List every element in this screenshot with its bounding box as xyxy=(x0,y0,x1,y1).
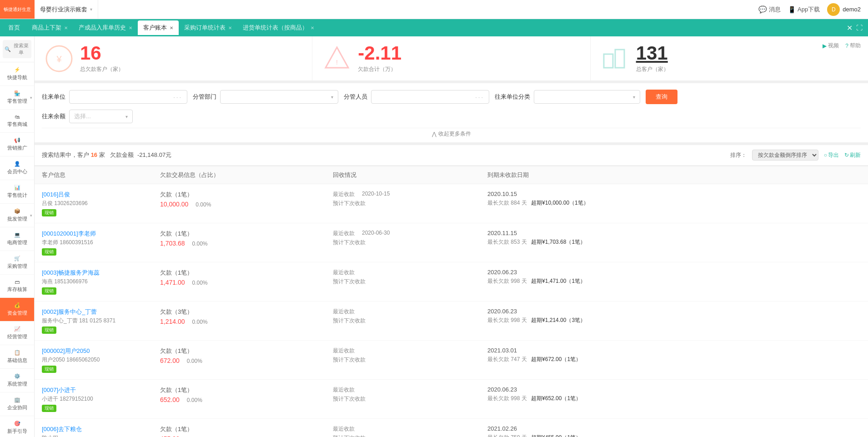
debt-amount-0[interactable]: 10,000.00 xyxy=(160,201,188,208)
category-arrow: ▾ xyxy=(633,95,635,100)
search-button[interactable]: 查询 xyxy=(646,90,677,104)
sidebar-item-retail-stats[interactable]: 📊 零售统计 xyxy=(0,180,34,204)
balance-select[interactable]: 选择... ▾ xyxy=(69,110,133,123)
overdue-amount-link-3[interactable]: 超期¥1,214.00（3笔） xyxy=(531,317,586,323)
sidebar-item-newbie[interactable]: 🎯 新手引导 xyxy=(0,416,34,437)
sidebar-item-system[interactable]: ⚙️ 系统管理 xyxy=(0,369,34,392)
sidebar-item-biz-mgmt[interactable]: 📈 经营管理 xyxy=(0,321,34,345)
username-label: demo2 xyxy=(843,6,861,13)
debt-amount-5[interactable]: 652.00 xyxy=(160,396,180,403)
help-icon: ? xyxy=(845,43,848,49)
next-payment-0: 预计下次收款 xyxy=(333,200,487,207)
customer-name-link-1[interactable]: [0001020001]李老师 xyxy=(42,230,160,238)
enterprise-icon: 🏢 xyxy=(14,397,20,403)
tab-products-off[interactable]: 商品上下架 ✕ xyxy=(26,20,73,35)
person-input[interactable]: ··· xyxy=(371,90,489,104)
video-btn[interactable]: ▶ 视频 xyxy=(823,42,839,50)
sidebar-item-label: 营销推广 xyxy=(7,145,27,151)
message-btn[interactable]: 💬 消息 xyxy=(758,5,781,14)
debt-count-6: 欠款（1笔） xyxy=(160,425,333,433)
search-placeholder: 搜索菜单 xyxy=(12,42,30,56)
tab-home[interactable]: 首页 xyxy=(2,20,26,35)
sidebar-item-purchase-mgmt[interactable]: 🛒 采购管理 xyxy=(0,251,34,275)
retail-stats-icon: 📊 xyxy=(14,185,20,191)
collapse-btn[interactable]: ⋀ 收起更多条件 xyxy=(432,130,471,138)
dept-select[interactable]: ▾ xyxy=(220,90,338,104)
collapse-icon: ⋀ xyxy=(432,131,437,137)
customer-name-link-3[interactable]: [0002]服务中心_丁蕾 xyxy=(42,308,160,316)
customer-info-5: [0007]小进干 小进干 18279152100 现销 xyxy=(42,386,160,412)
debt-amount-6[interactable]: 455.90 xyxy=(160,435,180,437)
overdue-amount-link-5[interactable]: 超期¥652.00（1笔） xyxy=(531,395,581,402)
export-btn[interactable]: ○ 导出 xyxy=(824,151,839,159)
sidebar-item-retail-mgmt[interactable]: 🏪 零售管理 ▾ xyxy=(0,86,34,110)
search-icon: 🔍 xyxy=(5,46,11,52)
overdue-amount-link-4[interactable]: 超期¥672.00（1笔） xyxy=(531,356,581,362)
tab-import-stats[interactable]: 进货单统计表（按商品） ✕ xyxy=(237,20,320,35)
tab-purchase-stats[interactable]: 采购订单统计表 ✕ xyxy=(179,20,237,35)
sidebar-item-label: 零售统计 xyxy=(7,192,27,199)
overdue-amount-link-6[interactable]: 超期¥455.90（1笔） xyxy=(531,434,581,437)
customer-name-link-5[interactable]: [0007]小进干 xyxy=(42,386,160,394)
sidebar-search-btn[interactable]: 🔍 搜索菜单 xyxy=(3,40,31,58)
download-icon: 📱 xyxy=(788,6,796,13)
debt-amount-4[interactable]: 672.00 xyxy=(160,357,180,364)
overdue-info-6: 2021.02.26 最长欠款 750 天 超期¥455.90（1笔） xyxy=(487,425,861,437)
col-header-debt: 欠款交易信息（占比） xyxy=(160,171,333,179)
sidebar-item-basic-info[interactable]: 📋 基础信息 xyxy=(0,345,34,369)
customer-contact-3: 服务中心_丁蕾 181 0125 8371 xyxy=(42,317,160,325)
collapse-label: 收起更多条件 xyxy=(438,130,471,138)
customer-name-link-0[interactable]: [0016]吕俊 xyxy=(42,191,160,199)
customer-name-link-6[interactable]: [0006]去下粮仓 xyxy=(42,425,160,433)
balance-filter: 往来余额 选择... ▾ xyxy=(42,110,133,123)
sidebar-item-inventory[interactable]: 🗃 库存核算 xyxy=(0,275,34,298)
debt-amount-3[interactable]: 1,214.00 xyxy=(160,318,185,325)
overdue-amount-link-2[interactable]: 超期¥1,471.00（1笔） xyxy=(531,278,586,284)
overdue-date-3: 2020.06.23 xyxy=(487,308,861,315)
capital-mgmt-icon: 💰 xyxy=(14,302,20,308)
person-label: 分管人员 xyxy=(344,93,367,101)
sidebar-item-marketing[interactable]: 📢 营销推广 xyxy=(0,133,34,156)
last-payment-label-5: 最近收款 xyxy=(333,386,355,394)
tab-import-stats-close[interactable]: ✕ xyxy=(311,25,314,30)
tab-production-history-close[interactable]: ✕ xyxy=(129,25,132,30)
tab-production-history[interactable]: 产成品入库单历史 ✕ xyxy=(73,20,138,35)
company-selector[interactable]: 母婴行业演示账套 ▾ xyxy=(35,0,98,19)
overdue-amount-link-1[interactable]: 超期¥1,703.68（1笔） xyxy=(531,239,586,245)
sidebar-item-batch-mgmt[interactable]: 📦 批发管理 ▾ xyxy=(0,204,34,227)
debt-info-2: 欠款（1笔） 1,471.00 0.00% xyxy=(160,269,333,286)
app-download-btn[interactable]: 📱 App下载 xyxy=(788,5,820,14)
tab-products-off-close[interactable]: ✕ xyxy=(64,25,68,30)
customer-name-link-2[interactable]: [0003]畅捷服务尹海蕊 xyxy=(42,269,160,277)
debt-percent-0: 0.00% xyxy=(196,201,211,208)
debt-amount-1[interactable]: 1,703.68 xyxy=(160,240,185,247)
maximize-icon[interactable]: ⛶ xyxy=(856,24,863,31)
debt-amount-2[interactable]: 1,471.00 xyxy=(160,279,185,286)
overdue-amount-link-0[interactable]: 超期¥10,000.00（1笔） xyxy=(531,200,589,206)
next-payment-3: 预计下次收款 xyxy=(333,317,487,325)
category-select[interactable]: ▾ xyxy=(534,90,640,104)
tab-customer-account-close[interactable]: ✕ xyxy=(170,25,173,30)
overdue-days-3: 最长欠款 998 天 xyxy=(487,317,527,323)
sidebar-item-quick-nav[interactable]: ⚡ 快捷导航 xyxy=(0,62,34,86)
close-all-tabs-icon[interactable]: ✕ xyxy=(847,24,853,32)
marketing-icon: 📢 xyxy=(14,137,20,143)
sidebar-item-retail-mall[interactable]: 🛍 零售商城 xyxy=(0,110,34,133)
last-payment-label-2: 最近收款 xyxy=(333,269,355,276)
video-icon: ▶ xyxy=(823,43,827,49)
retail-mgmt-icon: 🏪 xyxy=(14,90,20,96)
sidebar-item-capital-mgmt[interactable]: 💰 资金管理 xyxy=(0,298,34,321)
customer-tag-5: 现销 xyxy=(42,405,56,412)
refresh-btn[interactable]: ↻ 刷新 xyxy=(844,151,861,159)
user-avatar[interactable]: D demo2 xyxy=(827,3,861,16)
sidebar-item-member-center[interactable]: 👤 会员中心 xyxy=(0,156,34,180)
supplier-input[interactable]: ··· xyxy=(69,90,187,104)
sidebar-item-label: 经营管理 xyxy=(7,333,27,340)
customer-name-link-4[interactable]: [000002]用户2050 xyxy=(42,347,160,355)
tab-purchase-stats-close[interactable]: ✕ xyxy=(228,25,232,30)
sidebar-item-ecommerce[interactable]: 💻 电商管理 xyxy=(0,227,34,251)
tab-customer-account[interactable]: 客户账本 ✕ xyxy=(138,20,179,35)
sort-select[interactable]: 按欠款金额倒序排序 xyxy=(752,150,818,161)
sidebar-item-enterprise[interactable]: 🏢 企业协同 xyxy=(0,392,34,416)
help-btn[interactable]: ? 帮助 xyxy=(845,42,861,50)
